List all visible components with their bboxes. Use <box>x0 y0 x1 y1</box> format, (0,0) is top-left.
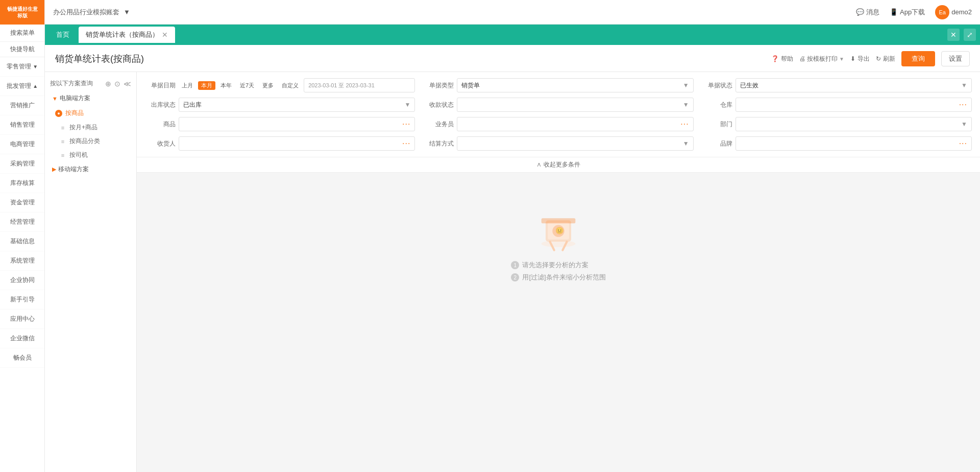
export-btn[interactable]: ⬇ 导出 <box>850 55 870 63</box>
app-download-label: App下载 <box>900 8 925 17</box>
sub-icon-1: ≡ <box>59 125 66 131</box>
sidebar-search[interactable]: 搜索菜单 <box>0 25 44 42</box>
sidebar-item-marketing[interactable]: 营销推广 <box>0 96 44 115</box>
filter-recv-status: 收款状态 ▼ <box>423 98 693 112</box>
refresh-label: 刷新 <box>883 55 895 63</box>
filter-date: 单据日期 上月 本月 本年 近7天 更多 自定义 <box>145 78 415 92</box>
empty-illustration: 😐 <box>533 203 584 254</box>
sidebar-item-finance[interactable]: 资金管理 <box>0 193 44 213</box>
receiver-dots[interactable]: ··· <box>402 139 410 148</box>
header-breadcrumb: 办公用品行业模拟账套 <box>53 8 119 17</box>
tree-item-month-goods[interactable]: ≡ 按月+商品 <box>45 121 136 134</box>
app-download-btn[interactable]: 📱 App下载 <box>890 8 925 17</box>
date-opt-last-month[interactable]: 上月 <box>179 81 196 90</box>
status-select[interactable]: 已生效 ▼ <box>736 78 972 92</box>
tab-maximize-btn[interactable]: ⤢ <box>964 29 976 41</box>
dept-select[interactable]: ▼ <box>736 117 972 131</box>
out-arrow: ▼ <box>404 101 410 108</box>
out-select[interactable]: 已出库 ▼ <box>179 98 415 112</box>
query-btn[interactable]: 查询 <box>901 51 935 66</box>
mobile-icon: 📱 <box>890 8 898 16</box>
filter-goods: 商品 ··· <box>145 117 415 131</box>
tab-close-btn[interactable]: ✕ <box>162 31 168 39</box>
goods-dots[interactable]: ··· <box>402 120 410 129</box>
staff-label: 业务员 <box>423 120 454 129</box>
date-opt-more[interactable]: 更多 <box>259 81 277 90</box>
settle-select[interactable]: ▼ <box>457 136 693 151</box>
tree-group-pc[interactable]: ▼ 电脑端方案 <box>45 91 136 106</box>
goods-input[interactable]: ··· <box>179 117 415 131</box>
sidebar-item-purchase[interactable]: 采购管理 <box>0 154 44 174</box>
app-logo: 畅捷通好生意 标版 <box>0 0 44 25</box>
status-arrow: ▼ <box>961 82 967 89</box>
sidebar-item-member[interactable]: 畅会员 <box>0 348 44 368</box>
warehouse-dots[interactable]: ··· <box>959 100 967 109</box>
recv-select[interactable]: ▼ <box>457 98 693 112</box>
tab-sales-stats[interactable]: 销货单统计表（按商品） ✕ <box>79 27 175 43</box>
date-opt-custom[interactable]: 自定义 <box>279 81 302 90</box>
empty-tip-2: 2 用[过滤]条件来缩小分析范围 <box>511 273 605 282</box>
sidebar-item-inventory[interactable]: 库存核算 <box>0 174 44 193</box>
filter-brand: 品牌 ··· <box>702 136 972 151</box>
left-tree-panel: 按以下方案查询 ⊕ ⊙ ≪ ▼ 电脑端方案 ● 按商品 <box>45 72 137 472</box>
refresh-btn[interactable]: ↻ 刷新 <box>876 55 895 63</box>
user-info[interactable]: Ea demo2 <box>935 5 972 19</box>
tab-home[interactable]: 首页 <box>49 27 77 43</box>
tree-item-goods-label: 按商品 <box>65 109 84 117</box>
empty-tips: 1 请先选择要分析的方案 2 用[过滤]条件来缩小分析范围 <box>511 261 605 285</box>
sidebar-shortcut[interactable]: 快捷导航 <box>0 42 44 57</box>
header-dropdown-icon[interactable]: ▼ <box>124 8 130 16</box>
brand-label: 品牌 <box>702 139 732 148</box>
date-opt-this-month[interactable]: 本月 <box>198 81 215 90</box>
brand-dots[interactable]: ··· <box>959 139 967 148</box>
settle-label: 结算方式 <box>423 139 454 148</box>
help-btn[interactable]: ❓ 帮助 <box>771 55 793 63</box>
sidebar-item-wechat[interactable]: 企业微信 <box>0 329 44 348</box>
sidebar-item-corp[interactable]: 企业协同 <box>0 271 44 290</box>
warehouse-input[interactable]: ··· <box>736 98 972 112</box>
print-label: 按模板打印 <box>807 55 838 63</box>
tree-item-goods-cat[interactable]: ≡ 按商品分类 <box>45 134 136 148</box>
type-label: 单据类型 <box>423 81 454 90</box>
sidebar-item-sales[interactable]: 销售管理 <box>0 115 44 135</box>
settings-btn[interactable]: 设置 <box>941 51 970 66</box>
content: 销货单统计表(按商品) ❓ 帮助 🖨 按模板打印 ▼ ⬇ 导出 ↻ 刷新 <box>45 45 980 472</box>
sidebar-item-basic[interactable]: 基础信息 <box>0 232 44 251</box>
sidebar-item-wholesale[interactable]: 批发管理 ▲ <box>0 77 44 96</box>
sidebar-item-operations[interactable]: 经营管理 <box>0 213 44 232</box>
date-range-input[interactable]: 2023-03-01 至 2023-03-31 <box>304 78 415 92</box>
sidebar-item-system[interactable]: 系统管理 <box>0 251 44 271</box>
tree-item-by-goods[interactable]: ● 按商品 <box>45 106 136 121</box>
sub-icon-2: ≡ <box>59 138 66 145</box>
sidebar-item-retail[interactable]: 零售管理 ▼ <box>0 57 44 77</box>
date-label: 单据日期 <box>145 81 176 90</box>
date-opt-this-year[interactable]: 本年 <box>217 81 235 90</box>
tab-restore-btn[interactable]: ✕ <box>947 29 960 41</box>
sidebar-item-guide[interactable]: 新手引导 <box>0 290 44 310</box>
type-select[interactable]: 销货单 ▼ <box>457 78 693 92</box>
collapse-bar[interactable]: ∧ 收起更多条件 <box>137 157 980 173</box>
tree-collapse-btn[interactable]: ≪ <box>124 80 131 88</box>
print-btn[interactable]: 🖨 按模板打印 ▼ <box>799 55 844 63</box>
staff-input[interactable]: ··· <box>457 117 693 131</box>
print-dropdown-icon[interactable]: ▼ <box>839 56 844 62</box>
tree-settings-btn[interactable]: ⊙ <box>114 80 120 88</box>
sidebar-item-appstore[interactable]: 应用中心 <box>0 310 44 329</box>
filter-row-4: 收货人 ··· 结算方式 ▼ <box>145 136 972 151</box>
sidebar-item-ecommerce[interactable]: 电商管理 <box>0 135 44 154</box>
message-btn[interactable]: 💬 消息 <box>856 8 879 17</box>
brand-input[interactable]: ··· <box>736 136 972 151</box>
help-icon: ❓ <box>771 55 779 62</box>
receiver-input[interactable]: ··· <box>179 136 415 151</box>
staff-dots[interactable]: ··· <box>680 120 689 129</box>
tree-add-btn[interactable]: ⊕ <box>105 80 111 88</box>
tree-item-driver[interactable]: ≡ 按司机 <box>45 148 136 162</box>
tree-group-mobile-label: 移动端方案 <box>58 165 89 174</box>
filter-row-3: 商品 ··· 业务员 ··· <box>145 117 972 131</box>
date-opt-7days[interactable]: 近7天 <box>237 81 257 90</box>
header-right: 💬 消息 📱 App下载 Ea demo2 <box>856 5 972 19</box>
tip-num-2: 2 <box>511 273 519 281</box>
out-label: 出库状态 <box>145 101 176 109</box>
tree-group-mobile[interactable]: ▶ 移动端方案 <box>45 162 136 177</box>
recv-label: 收款状态 <box>423 101 454 109</box>
